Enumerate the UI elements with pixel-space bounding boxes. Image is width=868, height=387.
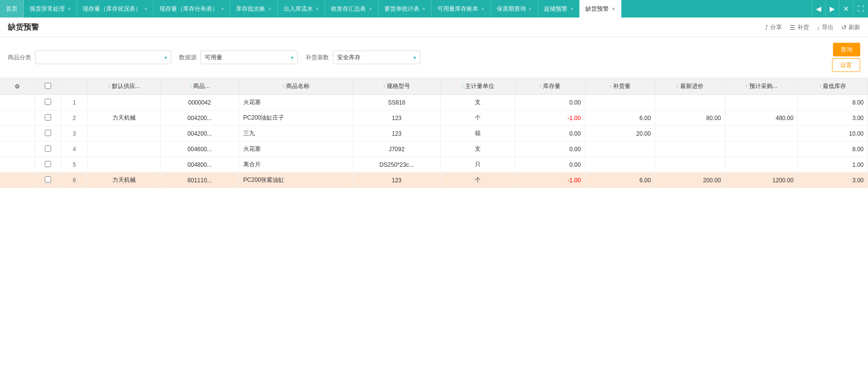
row-minstk-cell: 3.00 (797, 110, 868, 126)
sort-spec-icon: ↑ (383, 84, 385, 89)
row-lastprice-cell (655, 157, 725, 173)
tab-next-button[interactable]: ▶ (825, 0, 839, 18)
row-checkbox-cell[interactable] (35, 95, 61, 110)
tab-abnormal[interactable]: 拣货异常处理 × (24, 0, 77, 18)
row-stock-cell: -1.00 (515, 173, 585, 188)
row-name-cell: 火花塞 (239, 95, 353, 110)
replenish-button[interactable]: ☰ 补货 (790, 23, 809, 32)
row-lastprice-cell (655, 126, 725, 141)
column-code[interactable]: ↑ 商品... (160, 78, 239, 95)
row-num-cell: 1 (61, 95, 88, 110)
replenish-icon: ☰ (790, 24, 796, 31)
row-checkbox-cell[interactable] (35, 141, 61, 157)
tab-batch-account[interactable]: 库存批次账 × (230, 0, 277, 18)
column-minstk[interactable]: ↑ 最低库存 (797, 78, 868, 95)
row-unit-cell: 箱 (440, 126, 515, 141)
column-lastprice[interactable]: ↑ 最新进价 (655, 78, 725, 95)
tab-fullscreen-button[interactable]: ⛶ (853, 0, 868, 18)
row-supplier-cell (88, 157, 160, 173)
row-forecast-cell (725, 157, 797, 173)
row-num-cell: 5 (61, 157, 88, 173)
row-checkbox[interactable] (45, 99, 51, 105)
tab-available-book[interactable]: 可用量库存账本 × (432, 0, 490, 18)
row-checkbox-cell[interactable] (35, 126, 61, 141)
row-checkbox[interactable] (45, 161, 51, 167)
tab-close-available-book[interactable]: × (481, 6, 484, 12)
row-stock-cell: 0.00 (515, 157, 585, 173)
category-select[interactable]: ▾ (35, 51, 171, 64)
row-unit-cell: 个 (440, 110, 515, 126)
tab-close-expiry-query[interactable]: × (529, 6, 532, 12)
column-supplier[interactable]: ↑ 默认供应... (88, 78, 160, 95)
column-replenish[interactable]: ↑ 补货量 (585, 78, 655, 95)
tab-close-in-out-flow[interactable]: × (316, 6, 319, 12)
select-all-checkbox[interactable] (45, 83, 51, 89)
row-replenish-cell (585, 95, 655, 110)
row-checkbox-cell[interactable] (35, 110, 61, 126)
page-container: 缺货预警 ⤴ 分享 ☰ 补货 ↓ 导出 ↺ 刷新 商品分类 (0, 18, 868, 387)
column-forecast[interactable]: ↑ 预计采购... (725, 78, 797, 95)
row-supplier-cell: 力天机械 (88, 110, 160, 126)
row-supplier-cell (88, 126, 160, 141)
sort-forecast-icon: ↑ (745, 84, 748, 89)
category-label: 商品分类 (8, 53, 31, 62)
tab-close-abnormal[interactable]: × (68, 6, 71, 12)
tab-shortage[interactable]: 缺货预警 × (579, 0, 621, 18)
tab-close-demand-stat[interactable]: × (422, 6, 425, 12)
tab-overstock[interactable]: 超储预警 × (538, 0, 579, 18)
tab-close-inventory-dist[interactable]: × (221, 6, 224, 12)
row-checkbox[interactable] (45, 114, 51, 121)
gear-icon: ⚙ (15, 83, 20, 90)
row-checkbox-cell[interactable] (35, 157, 61, 173)
row-minstk-cell: 1.00 (797, 157, 868, 173)
tab-demand-stat[interactable]: 要货单统计表 × (379, 0, 432, 18)
tab-close-overstock[interactable]: × (570, 6, 573, 12)
column-name[interactable]: ↑ 商品名称 (239, 78, 353, 95)
query-button[interactable]: 查询 (833, 43, 860, 56)
sort-unit-icon: ↑ (461, 84, 464, 89)
row-spec-cell: J7092 (353, 141, 440, 157)
tab-expiry-query[interactable]: 保质期查询 × (491, 0, 538, 18)
tab-inventory-dist[interactable]: 现存量（库存分布表） × (154, 0, 230, 18)
tab-inventory-status[interactable]: 现存量（库存状况表） × (77, 0, 153, 18)
tab-in-out-flow[interactable]: 出入库流水 × (278, 0, 325, 18)
column-checkbox[interactable] (35, 78, 61, 95)
row-settings-cell (0, 157, 35, 173)
tab-close-inventory-status[interactable]: × (144, 6, 147, 12)
table-row: 5 004800... 离合片 DS250*23c... 只 0.00 1.00 (0, 157, 868, 173)
refresh-button[interactable]: ↺ 刷新 (841, 23, 860, 32)
datasource-arrow-icon: ▾ (291, 55, 293, 60)
sort-replenish-icon: ↑ (609, 84, 612, 89)
header-actions: ⤴ 分享 ☰ 补货 ↓ 导出 ↺ 刷新 (765, 23, 861, 32)
replenish-base-select[interactable]: 安全库存 ▾ (333, 51, 420, 64)
tab-home[interactable]: 首页 (0, 0, 24, 18)
page-title: 缺货预警 (8, 22, 39, 33)
row-checkbox[interactable] (45, 176, 51, 183)
table-header-row: ⚙ ↑ 默认供应... ↑ 商 (0, 78, 868, 95)
column-unit[interactable]: ↑ 主计量单位 (440, 78, 515, 95)
settings-button[interactable]: 设置 (832, 58, 860, 72)
tab-close-button[interactable]: ✕ (839, 0, 853, 18)
share-button[interactable]: ⤴ 分享 (765, 23, 782, 32)
export-button[interactable]: ↓ 导出 (817, 23, 834, 32)
tab-close-receive-send[interactable]: × (369, 6, 372, 12)
row-settings-cell (0, 141, 35, 157)
column-spec[interactable]: ↑ 规格型号 (353, 78, 440, 95)
tab-receive-send[interactable]: 收发存汇总表 × (325, 0, 378, 18)
tab-close-batch-account[interactable]: × (268, 6, 271, 12)
column-num (61, 78, 88, 95)
row-checkbox[interactable] (45, 130, 51, 136)
datasource-label: 数据源 (179, 53, 197, 62)
tab-prev-button[interactable]: ◀ (812, 0, 825, 18)
tab-close-shortage[interactable]: × (612, 6, 615, 12)
row-checkbox-cell[interactable] (35, 173, 61, 188)
sort-stock-icon: ↑ (539, 84, 542, 89)
row-code-cell: 801110... (160, 173, 239, 188)
column-settings[interactable]: ⚙ (0, 78, 35, 95)
datasource-select[interactable]: 可用量 ▾ (200, 51, 298, 64)
row-unit-cell: 支 (440, 95, 515, 110)
row-checkbox[interactable] (45, 145, 51, 152)
row-num-cell: 6 (61, 173, 88, 188)
sort-name-icon: ↑ (282, 84, 285, 89)
column-stock[interactable]: ↑ 库存量 (515, 78, 585, 95)
